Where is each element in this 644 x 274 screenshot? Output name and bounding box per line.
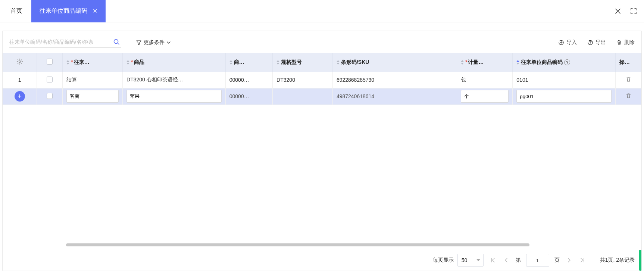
filter-icon <box>136 40 141 45</box>
cell-product[interactable]: DT3200 心相印茶语经… <box>123 72 226 88</box>
row-delete-button[interactable] <box>626 94 631 100</box>
toolbar: 更多条件 导入 导出 删除 <box>3 34 641 53</box>
row-delete-button[interactable] <box>626 77 631 83</box>
cell-partner-input[interactable] <box>66 90 119 103</box>
fullscreen-icon <box>630 8 637 15</box>
column-partner-label: 往来… <box>74 59 90 65</box>
data-grid: *往来… *商品 商… 规格型号 条形码/SKU *计量… 往来单位商品编码? … <box>3 53 641 250</box>
last-page-button[interactable] <box>578 256 587 264</box>
close-icon <box>615 8 621 15</box>
close-all-tabs-button[interactable] <box>611 4 625 18</box>
current-page-input[interactable] <box>526 254 549 267</box>
column-product-label: 商品 <box>134 59 144 65</box>
gear-icon <box>16 58 23 65</box>
search-button[interactable] <box>112 37 121 47</box>
close-icon[interactable]: ✕ <box>93 7 97 15</box>
tab-bar: 首页 往来单位商品编码 ✕ <box>0 0 644 22</box>
chevron-left-icon <box>504 258 509 262</box>
first-page-button[interactable] <box>489 256 497 264</box>
next-page-button[interactable] <box>565 256 573 264</box>
fullscreen-button[interactable] <box>627 4 640 18</box>
first-page-icon <box>490 258 495 263</box>
column-unit-label: 计量… <box>468 59 484 65</box>
column-barcode[interactable]: 条形码/SKU <box>332 53 457 72</box>
export-label: 导出 <box>595 39 606 46</box>
cell-spec <box>273 88 333 105</box>
column-spec[interactable]: 规格型号 <box>273 53 333 72</box>
column-product-code-label: 商… <box>234 59 244 65</box>
import-icon <box>558 40 564 46</box>
page-suffix-label: 页 <box>554 257 560 264</box>
resize-handle[interactable] <box>639 250 641 271</box>
cell-partner[interactable]: 结算 <box>63 72 123 88</box>
per-page-label: 每页显示 <box>433 257 454 264</box>
page-size-value: 50 <box>462 257 468 263</box>
checkbox-select-all[interactable] <box>47 59 53 65</box>
search-box <box>9 37 121 48</box>
search-icon <box>113 38 120 45</box>
prev-page-button[interactable] <box>502 256 510 264</box>
page-size-group: 每页显示 50 <box>433 254 484 267</box>
delete-label: 删除 <box>624 39 635 46</box>
add-row-button[interactable]: + <box>15 91 25 102</box>
tab-home[interactable]: 首页 <box>1 0 31 22</box>
tab-active-label: 往来单位商品编码 <box>40 7 87 15</box>
tab-partner-product-code[interactable]: 往来单位商品编码 ✕ <box>31 0 106 22</box>
page-size-select[interactable]: 50 <box>457 254 484 267</box>
table-row[interactable]: + 00000… 4987240618614 <box>3 88 641 105</box>
export-icon <box>587 40 593 46</box>
column-partner-product-code[interactable]: 往来单位商品编码? <box>513 53 616 72</box>
column-unit[interactable]: *计量… <box>457 53 513 72</box>
column-ops-label: 操… <box>619 59 630 65</box>
import-label: 导入 <box>566 39 577 46</box>
row-checkbox[interactable] <box>47 77 53 82</box>
tab-home-label: 首页 <box>10 7 22 15</box>
column-partner-product-code-label: 往来单位商品编码 <box>521 59 563 65</box>
pagination: 每页显示 50 第 页 共1页, 2条记录 <box>3 250 641 271</box>
chevron-down-icon <box>167 41 171 44</box>
grid-empty-area <box>3 105 641 243</box>
cell-product-code: 00000… <box>225 88 272 105</box>
trash-icon <box>626 77 631 82</box>
horizontal-scrollbar[interactable] <box>3 242 641 247</box>
cell-spec[interactable]: DT3200 <box>273 72 333 88</box>
cell-barcode: 4987240618614 <box>332 88 457 105</box>
trash-icon <box>616 40 622 45</box>
page-prefix-label: 第 <box>516 257 521 264</box>
row-checkbox[interactable] <box>47 93 53 99</box>
cell-product-input[interactable] <box>126 90 222 103</box>
chevron-right-icon <box>567 258 571 262</box>
cell-product-code[interactable]: 00000… <box>225 72 272 88</box>
main-panel: 更多条件 导入 导出 删除 <box>2 31 642 271</box>
column-product[interactable]: *商品 <box>123 53 226 72</box>
trash-icon <box>626 93 631 99</box>
table-header-row: *往来… *商品 商… 规格型号 条形码/SKU *计量… 往来单位商品编码? … <box>3 53 641 72</box>
column-partner[interactable]: *往来… <box>63 53 123 72</box>
table-row[interactable]: 1 结算 DT3200 心相印茶语经… 00000… DT3200 692286… <box>3 72 641 88</box>
page-summary: 共1页, 2条记录 <box>600 257 635 264</box>
column-settings[interactable] <box>3 53 37 72</box>
cell-unit-input[interactable] <box>461 90 509 103</box>
column-ops: 操… <box>616 53 641 72</box>
search-input[interactable] <box>9 39 112 45</box>
last-page-icon <box>580 258 585 263</box>
export-button[interactable]: 导出 <box>587 39 606 46</box>
cell-unit[interactable]: 包 <box>457 72 513 88</box>
help-icon[interactable]: ? <box>564 59 570 65</box>
delete-button[interactable]: 删除 <box>616 39 635 46</box>
more-conditions-button[interactable]: 更多条件 <box>136 39 171 46</box>
svg-point-1 <box>19 61 21 63</box>
chevron-down-icon <box>476 259 480 261</box>
cell-partner-product-code-input[interactable] <box>516 90 612 103</box>
column-select-all[interactable] <box>37 53 63 72</box>
import-button[interactable]: 导入 <box>558 39 577 46</box>
column-product-code[interactable]: 商… <box>225 53 272 72</box>
more-conditions-label: 更多条件 <box>144 39 165 46</box>
column-barcode-label: 条形码/SKU <box>341 59 369 65</box>
column-spec-label: 规格型号 <box>281 59 302 65</box>
scrollbar-thumb[interactable] <box>66 243 529 246</box>
row-index: 1 <box>3 72 37 88</box>
cell-barcode[interactable]: 6922868285730 <box>332 72 457 88</box>
cell-partner-product-code[interactable]: 0101 <box>513 72 616 88</box>
